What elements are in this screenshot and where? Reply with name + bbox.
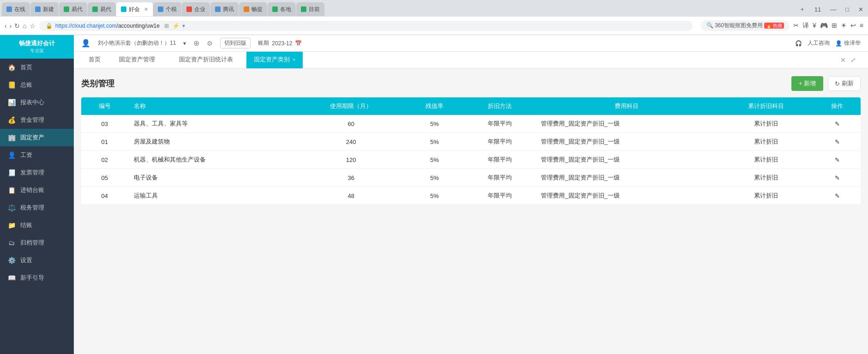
user-avatar-area: 👤 徐泽华 (835, 39, 861, 47)
close-panel-btn[interactable]: ✕ (840, 56, 846, 64)
browser-tab-10[interactable]: 各地 (268, 2, 296, 16)
tab-close-btn[interactable]: ✕ (144, 6, 148, 12)
dropdown-icon[interactable]: ▾ (182, 23, 185, 29)
browser-tab-11[interactable]: 目前 (296, 2, 324, 16)
browser-tab-1[interactable]: 在线 (2, 2, 30, 16)
browser-tab-3[interactable]: 易代 (59, 2, 87, 16)
edit-btn-1[interactable]: ✎ (814, 133, 861, 151)
cell-code-1[interactable]: 01 (81, 133, 128, 151)
breadcrumb-close-3[interactable]: × (293, 57, 295, 62)
search-bar-right: 🔍 360智能抠图免费用 🔥 热搜 (701, 20, 790, 31)
edit-btn-0[interactable]: ✎ (814, 115, 861, 133)
sidebar-item-9[interactable]: 📁结账 (0, 216, 74, 234)
cell-method-1: 年限平均 (464, 133, 536, 151)
browser-tab-8[interactable]: 腾讯 (210, 2, 239, 16)
refresh-label: 刷新 (842, 79, 854, 88)
cell-method-3: 年限平均 (464, 169, 536, 187)
sidebar-item-5[interactable]: 👤工资 (0, 146, 74, 164)
sidebar-label-12: 新手引导 (20, 274, 44, 282)
add-account-btn[interactable]: ⊕ (193, 39, 199, 48)
browser-tab-2[interactable]: 新建 (30, 2, 59, 16)
sidebar-item-0[interactable]: 🏠首页 (0, 59, 74, 76)
bookmark-btn[interactable]: ☆ (30, 22, 36, 30)
dropdown-arrow[interactable]: ▾ (183, 40, 186, 47)
cell-code-3[interactable]: 05 (81, 169, 128, 187)
expand-btn[interactable]: ⤢ (850, 56, 856, 64)
sidebar-item-11[interactable]: ⚙️设置 (0, 252, 74, 269)
translate-icon[interactable]: 译 (802, 22, 809, 30)
edit-btn-2[interactable]: ✎ (814, 151, 861, 169)
sidebar-label-11: 设置 (20, 256, 32, 264)
browser-tab-7[interactable]: 企业 (182, 2, 210, 16)
cell-code-0[interactable]: 03 (81, 115, 128, 133)
cell-residual-3: 5% (405, 169, 464, 187)
breadcrumb-close-2[interactable]: × (236, 57, 239, 62)
sun-icon[interactable]: ☀ (841, 22, 847, 30)
breadcrumb-close-1[interactable]: × (158, 57, 161, 62)
sidebar-label-9: 结账 (20, 221, 32, 229)
switch-version-btn[interactable]: 切到旧版 (220, 38, 251, 48)
grid-icon[interactable]: ⊞ (832, 22, 837, 30)
close-btn[interactable]: ✕ (856, 5, 866, 14)
url-box[interactable]: 🔒 https://cloud.chanjet.com/accounting/u… (39, 21, 693, 31)
scissors-icon[interactable]: ✂ (793, 22, 799, 30)
browser-tab-9[interactable]: 畅提 (239, 2, 267, 16)
forward-btn[interactable]: › (10, 22, 12, 30)
settings-icon[interactable]: ⚙ (207, 40, 213, 47)
cell-code-2[interactable]: 02 (81, 151, 128, 169)
back-btn[interactable]: ‹ (5, 22, 7, 30)
tab-label: 易代 (100, 6, 111, 13)
cell-name-0: 器具、工具、家具等 (128, 115, 297, 133)
refresh-button[interactable]: ↻ 刷新 (828, 76, 861, 91)
sidebar-menu: 🏠首页📒总账📊报表中心💰资金管理🏢固定资产👤工资🧾发票管理📋进销台账⚖️税务管理… (0, 59, 74, 354)
calendar-icon[interactable]: 📅 (295, 40, 302, 47)
reload-btn[interactable]: ↻ (14, 22, 20, 30)
game-icon[interactable]: 🎮 (820, 22, 828, 30)
table-body: 03器具、工具、家具等605%年限平均管理费用_固定资产折旧_一级累计折旧✎01… (81, 115, 861, 205)
breadcrumb-tab-3[interactable]: 固定资产类别× (246, 52, 303, 68)
browser-tab-4[interactable]: 易代 (88, 2, 116, 16)
undo-icon[interactable]: ↩ (850, 22, 856, 30)
sidebar-item-3[interactable]: 💰资金管理 (0, 111, 74, 129)
breadcrumb-tab-2[interactable]: 固定资产折旧统计表× (172, 52, 246, 68)
tab-favicon (92, 6, 98, 12)
sidebar-item-4[interactable]: 🏢固定资产 (0, 129, 74, 146)
sidebar-item-7[interactable]: 📋进销台账 (0, 181, 74, 199)
site-info-icon[interactable]: ⊞ (164, 23, 169, 29)
boost-icon[interactable]: ⚡ (173, 23, 180, 29)
sidebar-item-2[interactable]: 📊报表中心 (0, 94, 74, 111)
edit-btn-3[interactable]: ✎ (814, 169, 861, 187)
home-btn[interactable]: ⌂ (23, 22, 26, 30)
col-header-5: 费用科目 (535, 97, 718, 115)
search-box[interactable]: 🔍 360智能抠图免费用 🔥 热搜 (701, 20, 790, 31)
period-label: 账期 (258, 39, 269, 47)
tab-favicon (158, 6, 163, 12)
sidebar-item-8[interactable]: ⚖️税务管理 (0, 199, 74, 216)
sidebar-icon-1: 📒 (7, 81, 16, 89)
menu-icon[interactable]: ≡ (860, 22, 863, 30)
maximize-btn[interactable]: □ (843, 5, 852, 14)
table-row: 01房屋及建筑物2405%年限平均管理费用_固定资产折旧_一级累计折旧✎ (81, 133, 861, 151)
cell-code-4[interactable]: 04 (81, 187, 128, 205)
add-button[interactable]: + 新增 (791, 76, 823, 91)
minimize-btn[interactable]: — (827, 5, 839, 14)
sidebar-item-10[interactable]: 🗂归档管理 (0, 234, 74, 252)
breadcrumb-tab-1[interactable]: 固定资产管理× (112, 52, 168, 68)
browser-tab-6[interactable]: 个税 (153, 2, 181, 16)
edit-btn-4[interactable]: ✎ (814, 187, 861, 205)
support-label[interactable]: 人工咨询 (808, 39, 830, 47)
browser-tab-5[interactable]: 好会✕ (116, 2, 153, 16)
sidebar-item-12[interactable]: 📖新手引导 (0, 269, 74, 287)
new-tab-btn[interactable]: ＋ (796, 4, 808, 14)
currency-icon[interactable]: ¥ (813, 22, 816, 30)
page-title: 类别管理 (81, 78, 114, 89)
sidebar-label-0: 首页 (20, 63, 32, 72)
sidebar-icon-4: 🏢 (7, 134, 16, 141)
cell-name-2: 机器、机械和其他生产设备 (128, 151, 297, 169)
period-info: 账期 2023-12 📅 (258, 39, 302, 47)
cell-expense-2: 管理费用_固定资产折旧_一级 (535, 151, 718, 169)
breadcrumb-tab-0[interactable]: 首页 (81, 52, 108, 68)
sidebar-item-1[interactable]: 📒总账 (0, 76, 74, 94)
tab-label: 企业 (194, 6, 205, 13)
sidebar-item-6[interactable]: 🧾发票管理 (0, 164, 74, 181)
